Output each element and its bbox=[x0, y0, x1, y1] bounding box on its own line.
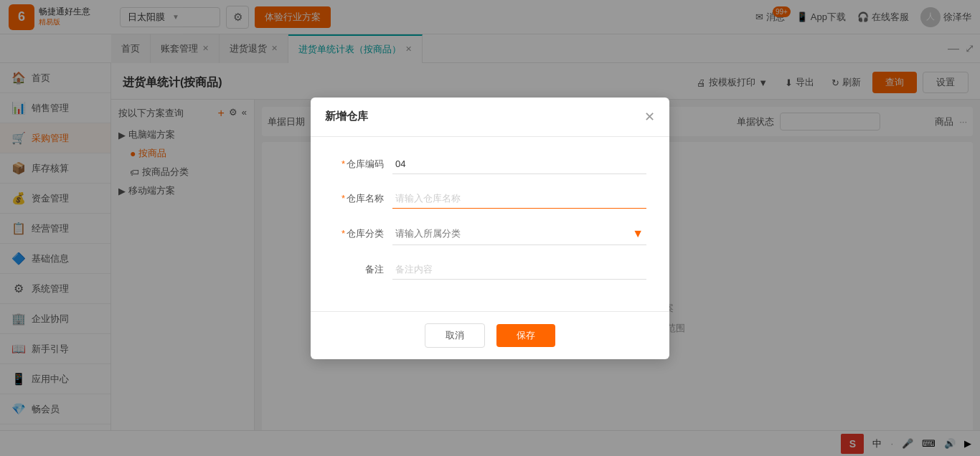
category-dropdown-arrow: ▼ bbox=[632, 227, 644, 240]
warehouse-code-input[interactable] bbox=[392, 154, 646, 174]
note-label: 备注 bbox=[334, 263, 384, 276]
warehouse-category-row: 仓库分类 ▼ bbox=[334, 223, 646, 245]
modal-body: 仓库编码 仓库名称 仓库分类 ▼ 备注 bbox=[311, 137, 669, 311]
modal-close-button[interactable]: ✕ bbox=[644, 109, 655, 125]
warehouse-name-input[interactable] bbox=[392, 189, 646, 209]
warehouse-code-row: 仓库编码 bbox=[334, 154, 646, 174]
modal-title: 新增仓库 bbox=[325, 110, 368, 123]
warehouse-code-label: 仓库编码 bbox=[334, 158, 384, 171]
add-warehouse-modal: 新增仓库 ✕ 仓库编码 仓库名称 仓库分类 ▼ bbox=[311, 98, 669, 359]
warehouse-name-label: 仓库名称 bbox=[334, 192, 384, 205]
save-button[interactable]: 保存 bbox=[496, 324, 555, 347]
warehouse-category-label: 仓库分类 bbox=[334, 227, 384, 240]
warehouse-name-row: 仓库名称 bbox=[334, 189, 646, 209]
cancel-button[interactable]: 取消 bbox=[425, 323, 485, 348]
note-row: 备注 bbox=[334, 260, 646, 280]
note-input[interactable] bbox=[392, 260, 646, 280]
modal-overlay: 新增仓库 ✕ 仓库编码 仓库名称 仓库分类 ▼ bbox=[0, 0, 980, 456]
modal-header: 新增仓库 ✕ bbox=[311, 98, 669, 137]
modal-footer: 取消 保存 bbox=[311, 311, 669, 359]
warehouse-category-select[interactable]: ▼ bbox=[392, 223, 646, 245]
warehouse-category-input[interactable] bbox=[395, 228, 632, 239]
